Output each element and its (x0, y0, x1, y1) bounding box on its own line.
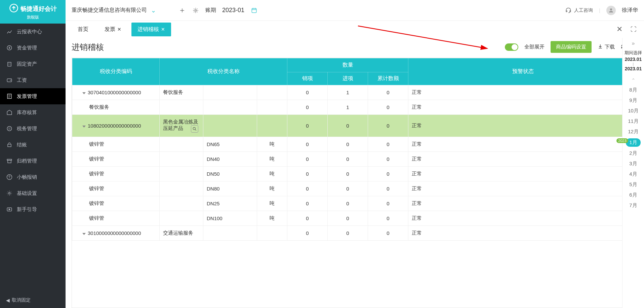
table-row[interactable]: 镀锌管DN40吨000正常 (72, 152, 638, 167)
month-option[interactable]: 5月 (627, 181, 640, 189)
table-row[interactable]: 镀锌管DN50吨000正常 (72, 167, 638, 181)
expand-arrow-icon[interactable] (82, 126, 86, 128)
col-name: 税收分类名称 (160, 58, 287, 85)
table-row[interactable]: 1080200000000000000黑色金属冶炼及压延产品000正常 (72, 115, 638, 137)
support-button[interactable]: 人工咨询 (565, 7, 593, 14)
sidebar-item-archive[interactable]: 归档管理 (0, 153, 66, 169)
table-row[interactable]: 餐饮服务010正常 (72, 100, 638, 115)
month-option[interactable]: 2月 (627, 149, 640, 157)
lock-icon (6, 141, 13, 148)
expand-arrow-icon[interactable] (82, 92, 86, 94)
table-row[interactable]: 镀锌管DN80吨000正常 (72, 181, 638, 196)
collapse-panel-button[interactable]: » (629, 38, 638, 49)
sidebar-item-invoice[interactable]: 发票管理 (0, 88, 66, 104)
page-title: 进销稽核 (72, 42, 104, 53)
table-row[interactable]: 3010000000000000000交通运输服务000正常 (72, 226, 638, 241)
table-row[interactable]: 镀锌管DN65吨000正常 (72, 137, 638, 152)
period-value: 2023-01 (222, 7, 244, 14)
settings-button[interactable] (192, 7, 199, 14)
table-row[interactable]: 镀锌管DN25吨000正常 (72, 196, 638, 211)
year-badge: 2023 (616, 138, 628, 143)
sidebar-item-close[interactable]: 结账 (0, 137, 66, 153)
archive-icon (6, 158, 13, 164)
logo-icon (9, 3, 18, 14)
table-row[interactable]: 镀锌管DN100吨000正常 (72, 211, 638, 226)
month-option[interactable]: 4月 (627, 170, 640, 178)
month-option[interactable]: 6月 (627, 191, 640, 199)
sidebar-item-assets[interactable]: 固定资产 (0, 56, 66, 72)
sidebar-menu: 云报表中心 资金管理 固定资产 工资 发票管理 库存核算 税务管理 结账 归档管… (0, 24, 66, 293)
svg-point-16 (193, 127, 195, 130)
close-icon[interactable]: ✕ (117, 27, 121, 32)
svg-point-11 (9, 193, 10, 194)
sidebar-item-funds[interactable]: 资金管理 (0, 40, 66, 56)
fullscreen-button[interactable]: ⛶ (629, 26, 638, 33)
col-cum: 累计数额 (368, 72, 408, 85)
sidebar-item-settings[interactable]: 基础设置 (0, 185, 66, 201)
money-icon (6, 44, 13, 51)
svg-rect-9 (8, 160, 11, 163)
topbar: 重庆畅捷交通信息咨询有限公司 ⌄ 账期 2023-01 人工咨询 | 徐泽华 (66, 0, 644, 21)
gear-icon (6, 190, 13, 197)
tab-invoice[interactable]: 发票✕ (98, 23, 127, 36)
period-label: 账期 (205, 7, 216, 14)
download-icon (598, 44, 603, 50)
calendar-button[interactable] (250, 7, 258, 14)
period-to: 2023.01 (625, 66, 642, 71)
search-icon[interactable] (191, 125, 198, 133)
month-option[interactable]: 11月 (625, 117, 641, 125)
sidebar-item-reports[interactable]: 云报表中心 (0, 24, 66, 40)
col-alert: 预警状态 (408, 58, 638, 85)
period-title: 期间选择 (625, 49, 642, 57)
period-panel: » 期间选择 2023.01 | 2023.01 ⌃ 8月9月10月11月12月… (622, 38, 644, 308)
month-option[interactable]: 12月 (625, 128, 641, 136)
chart-icon (6, 28, 13, 35)
sidebar-item-guide[interactable]: 新手引导 (0, 201, 66, 217)
sidebar-item-expense[interactable]: 小畅报销 (0, 169, 66, 185)
svg-point-4 (10, 80, 11, 81)
tab-audit[interactable]: 进销稽核✕ (131, 23, 171, 36)
data-table: 税收分类编码 税收分类名称 数量 预警状态 销项 进项 累计数额 3070401… (72, 58, 638, 308)
month-option[interactable]: 8月 (627, 86, 640, 94)
col-out: 销项 (287, 72, 328, 85)
month-option[interactable]: 7月 (627, 202, 640, 209)
building-icon (6, 61, 13, 67)
add-button[interactable] (178, 7, 186, 14)
month-option[interactable]: 1月 (626, 138, 640, 147)
scroll-up-button[interactable]: ⌃ (631, 77, 636, 83)
expand-arrow-icon[interactable] (82, 233, 86, 235)
inventory-icon (6, 109, 13, 116)
tax-icon (6, 125, 13, 132)
code-settings-button[interactable]: 商品编码设置 (551, 41, 592, 53)
period-from: 2023.01 (625, 57, 642, 62)
month-option[interactable]: 9月 (627, 97, 640, 104)
brand-name: 畅捷通好会计 (21, 5, 57, 13)
col-code: 税收分类编码 (72, 58, 160, 85)
month-option[interactable]: 10月 (625, 107, 641, 115)
svg-rect-7 (8, 144, 11, 147)
month-option[interactable]: 3月 (627, 160, 640, 168)
download-button[interactable]: 下载 (598, 44, 615, 50)
tab-home[interactable]: 首页 (72, 23, 94, 36)
tabs-bar: 首页 发票✕ 进销稽核✕ ✕ ⛶ (66, 21, 644, 38)
wallet-icon (6, 77, 13, 83)
expense-icon (6, 174, 13, 180)
col-in: 进项 (328, 72, 368, 85)
arrow-left-icon: ◀ (6, 298, 10, 303)
chevron-down-icon: ⌄ (151, 7, 156, 14)
sidebar-item-inventory[interactable]: 库存核算 (0, 104, 66, 121)
svg-point-15 (610, 8, 612, 10)
headset-icon (565, 7, 572, 14)
username: 徐泽华 (622, 7, 638, 14)
unpin-button[interactable]: ◀ 取消固定 (0, 293, 66, 308)
brand-edition: 旗舰版 (5, 14, 61, 20)
avatar[interactable] (606, 6, 616, 15)
expand-all-toggle[interactable] (505, 43, 518, 51)
close-icon[interactable]: ✕ (161, 27, 165, 32)
company-dropdown[interactable]: 重庆畅捷交通信息咨询有限公司 ⌄ (72, 7, 172, 14)
sidebar-item-salary[interactable]: 工资 (0, 72, 66, 88)
expand-all-label: 全部展开 (524, 44, 545, 50)
sidebar-item-tax[interactable]: 税务管理 (0, 121, 66, 137)
table-row[interactable]: 3070401000000000000餐饮服务010正常 (72, 85, 638, 100)
close-all-tabs[interactable]: ✕ (614, 25, 625, 34)
